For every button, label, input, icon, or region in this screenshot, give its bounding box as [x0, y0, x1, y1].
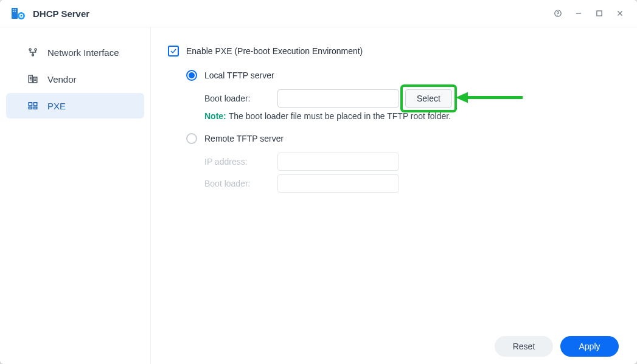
sidebar-item-label: Vendor: [47, 74, 77, 84]
local-tftp-row: Local TFTP server: [168, 66, 619, 84]
note-row: Note: The boot loader file must be place…: [168, 111, 619, 121]
remote-boot-loader-row: Boot loader:: [168, 174, 619, 193]
svg-rect-27: [34, 107, 37, 109]
pxe-icon: [27, 100, 39, 112]
titlebar: DHCP Server: [0, 0, 637, 27]
local-boot-loader-label: Boot loader:: [204, 94, 277, 103]
svg-point-16: [32, 54, 34, 56]
sidebar-item-label: Network Interface: [47, 47, 119, 58]
vendor-icon: [27, 73, 39, 85]
app-icon: [11, 6, 26, 21]
svg-rect-3: [13, 11, 14, 12]
svg-rect-11: [597, 11, 602, 16]
help-button[interactable]: [549, 5, 566, 22]
svg-rect-26: [29, 107, 32, 109]
enable-pxe-row: Enable PXE (Pre-boot Execution Environme…: [168, 42, 619, 60]
local-boot-loader-row: Boot loader: Select: [168, 89, 619, 108]
remote-ip-row: IP address:: [168, 153, 619, 171]
network-interface-icon: [27, 46, 39, 58]
window-title: DHCP Server: [33, 9, 89, 19]
svg-rect-1: [13, 9, 14, 10]
svg-rect-24: [29, 103, 32, 106]
enable-pxe-label: Enable PXE (Pre-boot Execution Environme…: [186, 46, 363, 56]
svg-rect-4: [15, 11, 16, 12]
svg-point-7: [20, 15, 22, 16]
note-text: The boot loader file must be placed in t…: [229, 111, 451, 121]
svg-marker-29: [456, 92, 468, 103]
remote-boot-loader-label: Boot loader:: [204, 179, 277, 188]
remote-ip-input: [277, 153, 399, 171]
local-tftp-label: Local TFTP server: [204, 70, 274, 80]
sidebar-item-pxe[interactable]: PXE: [6, 93, 144, 118]
remote-tftp-radio[interactable]: [186, 133, 197, 144]
remote-tftp-label: Remote TFTP server: [204, 134, 284, 143]
svg-point-9: [557, 15, 558, 15]
enable-pxe-checkbox[interactable]: [168, 46, 179, 57]
svg-point-14: [29, 49, 31, 50]
footer: Reset Apply: [151, 329, 637, 364]
reset-button[interactable]: Reset: [495, 336, 553, 357]
remote-boot-loader-input: [277, 174, 399, 193]
maximize-button[interactable]: [591, 5, 608, 22]
minimize-button[interactable]: [570, 5, 587, 22]
local-tftp-radio[interactable]: [186, 70, 197, 81]
annotation-arrow-icon: [456, 91, 523, 107]
sidebar-item-label: PXE: [47, 101, 66, 111]
svg-rect-25: [34, 103, 37, 106]
sidebar-item-vendor[interactable]: Vendor: [6, 66, 144, 92]
remote-ip-label: IP address:: [204, 157, 277, 167]
select-button[interactable]: Select: [405, 89, 452, 108]
content-pane: Enable PXE (Pre-boot Execution Environme…: [151, 27, 637, 364]
apply-button[interactable]: Apply: [560, 336, 619, 357]
sidebar: Network Interface Vendor: [0, 27, 151, 364]
svg-rect-2: [15, 9, 16, 10]
svg-point-15: [35, 49, 37, 50]
app-window: DHCP Server: [0, 0, 637, 364]
window-controls: [549, 5, 628, 22]
note-label: Note:: [204, 111, 226, 121]
sidebar-item-network-interface[interactable]: Network Interface: [6, 39, 144, 65]
close-button[interactable]: [611, 5, 628, 22]
remote-tftp-row: Remote TFTP server: [168, 129, 619, 148]
local-boot-loader-input[interactable]: [277, 89, 399, 108]
